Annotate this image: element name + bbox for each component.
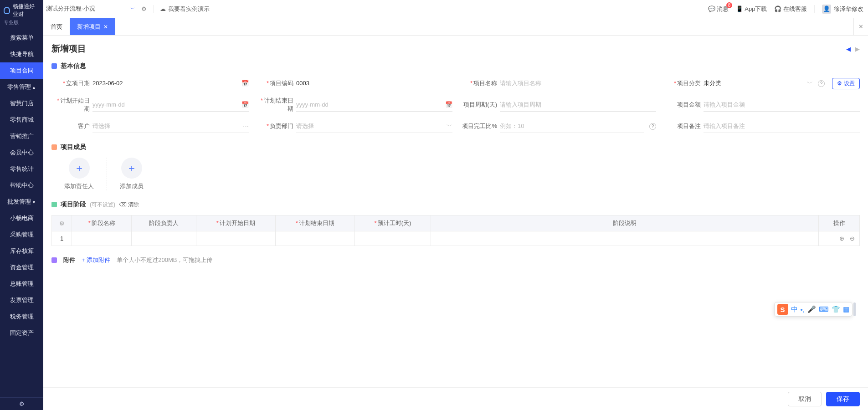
sidebar-item-project-contract[interactable]: 项目合同	[0, 62, 43, 79]
label-customer: 客户	[51, 122, 90, 130]
sidebar-item-ledger[interactable]: 总账管理	[0, 276, 43, 292]
messages-button[interactable]: 💬 消息 8	[708, 5, 729, 13]
sidebar-nav: 搜索菜单 快捷导航 项目合同 零售管理▲ 智慧门店 零售商城 营销推广 会员中心…	[0, 30, 43, 397]
row-number: 1	[52, 231, 72, 246]
sidebar-item-purchase[interactable]: 采购管理	[0, 226, 43, 243]
section-icon	[51, 144, 57, 150]
sidebar-item-tax[interactable]: 税务管理	[0, 308, 43, 325]
more-icon[interactable]: ⋯	[243, 123, 249, 129]
ime-handle[interactable]	[853, 302, 856, 316]
calendar-icon[interactable]: 📅	[241, 80, 249, 87]
content: 基本信息 立项日期 📅 项目编码 项目名称	[43, 58, 868, 387]
tab-home[interactable]: 首页	[43, 18, 70, 35]
sidebar-item-stock[interactable]: 库存核算	[0, 243, 43, 259]
support-button[interactable]: 🎧 在线客服	[774, 5, 807, 13]
input-dept[interactable]	[296, 123, 445, 129]
user-menu[interactable]: 👤 徐泽华修改	[822, 5, 863, 14]
label-name: 项目名称	[459, 79, 497, 87]
phone-icon: 📱	[736, 5, 743, 12]
process-settings-icon[interactable]: ⚙	[141, 5, 147, 12]
label-amount: 项目金额	[663, 101, 701, 109]
ime-punct-icon[interactable]: •,	[801, 306, 805, 313]
help-icon[interactable]: ?	[818, 80, 825, 87]
sidebar-item-fund[interactable]: 资金管理	[0, 259, 43, 276]
brand-title: 畅捷通好业财	[13, 3, 40, 18]
sidebar-item-smart-store[interactable]: 智慧门店	[0, 95, 43, 112]
save-button[interactable]: 保存	[826, 392, 860, 406]
demo-link[interactable]: ☁ 我要看实例演示	[160, 5, 210, 13]
section-title: 基本信息	[61, 62, 86, 70]
cell-plan-start[interactable]	[196, 231, 275, 246]
input-name[interactable]	[500, 80, 656, 87]
sidebar-item-invoice[interactable]: 发票管理	[0, 292, 43, 308]
label-dept: 负责部门	[255, 122, 293, 130]
add-attachment-button[interactable]: + 添加附件	[82, 256, 110, 264]
cell-plan-end[interactable]	[275, 231, 354, 246]
process-select[interactable]: 测试分开流程-小况 ﹀	[46, 3, 135, 15]
close-icon[interactable]: ✕	[103, 24, 108, 30]
ime-grid-icon[interactable]: ▦	[843, 305, 849, 313]
cell-desc[interactable]	[431, 231, 818, 246]
sidebar-item-retail-mgmt[interactable]: 零售管理▲	[0, 79, 43, 95]
input-period[interactable]	[500, 101, 656, 108]
sidebar-item-retail-stat[interactable]: 零售统计	[0, 161, 43, 177]
row-del-icon[interactable]: ⊖	[850, 235, 855, 242]
input-code[interactable]	[296, 80, 452, 87]
input-date[interactable]	[92, 80, 240, 87]
add-owner-label: 添加责任人	[64, 182, 94, 190]
cell-est-hours[interactable]	[354, 231, 431, 246]
sidebar-item-asset[interactable]: 固定资产	[0, 325, 43, 341]
brand-edition: 专业版	[0, 19, 43, 30]
label-ratio: 项目完工比%	[459, 122, 497, 130]
section-icon	[51, 202, 57, 207]
gear-icon[interactable]: ⚙	[59, 220, 65, 227]
tab-new-project[interactable]: 新增项目 ✕	[70, 18, 115, 35]
input-plan-end[interactable]	[296, 101, 443, 108]
input-remark[interactable]	[704, 123, 860, 129]
input-plan-start[interactable]	[92, 101, 240, 108]
sidebar-item-search[interactable]: 搜索菜单	[0, 30, 43, 46]
sidebar-item-help[interactable]: 帮助中心	[0, 177, 43, 194]
headset-icon: 🎧	[774, 5, 781, 12]
category-settings-button[interactable]: ⚙设置	[832, 78, 860, 89]
calendar-icon[interactable]: 📅	[241, 101, 249, 108]
chevron-down-icon[interactable]: ﹀	[447, 122, 452, 130]
sidebar-item-retail-mall[interactable]: 零售商城	[0, 112, 43, 128]
help-icon[interactable]: ?	[649, 123, 656, 130]
add-owner-block: ＋ 添加责任人	[51, 158, 107, 190]
ime-mic-icon[interactable]: 🎤	[807, 305, 816, 313]
add-member-block: ＋ 添加成员	[107, 158, 156, 190]
table-row[interactable]: 1 ⊕ ⊖	[52, 231, 860, 246]
col-desc: 阶段说明	[431, 215, 818, 231]
topbar: 测试分开流程-小况 ﹀ ⚙ ☁ 我要看实例演示 💬 消息 8 📱 App下载 🎧…	[43, 0, 868, 18]
close-all-tabs-button[interactable]: ✕	[853, 18, 868, 35]
input-amount[interactable]	[704, 101, 860, 108]
cell-stage-name[interactable]	[72, 231, 132, 246]
calendar-icon[interactable]: 📅	[445, 101, 452, 108]
add-owner-button[interactable]: ＋	[69, 158, 90, 179]
clear-stages-button[interactable]: ⌫清除	[119, 201, 139, 209]
section-members: 项目成员 ＋ 添加责任人 ＋ 添加成员	[51, 143, 860, 190]
ime-lang[interactable]: 中	[791, 305, 798, 314]
ime-toolbar[interactable]: S 中 •, 🎤 ⌨ 👕 ▦	[774, 302, 853, 317]
sidebar-item-member[interactable]: 会员中心	[0, 144, 43, 161]
sidebar-item-wholesale[interactable]: 批发管理▼	[0, 194, 43, 210]
cloud-icon: ☁	[160, 5, 166, 12]
cell-stage-owner[interactable]	[132, 231, 196, 246]
sidebar-item-quicknav[interactable]: 快捷导航	[0, 46, 43, 62]
app-download-button[interactable]: 📱 App下载	[736, 5, 767, 13]
input-customer[interactable]	[92, 123, 241, 129]
cancel-button[interactable]: 取消	[788, 392, 822, 406]
input-ratio[interactable]	[500, 123, 644, 129]
sidebar-item-marketing[interactable]: 营销推广	[0, 128, 43, 144]
input-category[interactable]	[704, 80, 805, 87]
row-add-icon[interactable]: ⊕	[839, 235, 844, 242]
sidebar-settings-button[interactable]: ⚙	[0, 397, 43, 410]
ime-skin-icon[interactable]: 👕	[832, 305, 840, 313]
chevron-down-icon[interactable]: ﹀	[807, 79, 813, 87]
add-member-button[interactable]: ＋	[121, 158, 142, 179]
prev-record-button[interactable]: ◀	[846, 46, 851, 52]
sidebar-item-ecom[interactable]: 小畅电商	[0, 210, 43, 226]
ime-keyboard-icon[interactable]: ⌨	[819, 305, 829, 313]
next-record-button[interactable]: ▶	[855, 46, 860, 52]
